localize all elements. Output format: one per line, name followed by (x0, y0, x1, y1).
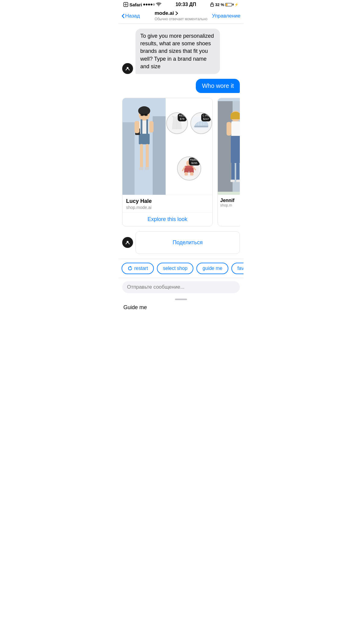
select-shop-button[interactable]: select shop (157, 263, 193, 274)
svg-rect-44 (236, 163, 240, 181)
svg-rect-39 (218, 101, 233, 192)
wifi-icon (156, 2, 161, 7)
svg-rect-8 (153, 116, 166, 195)
mode-logo-share (123, 238, 132, 247)
bottom-product-row: R&Bon $295 (177, 156, 201, 181)
shop-link-1: shop.mode.ai (126, 205, 209, 210)
nav-bar: Назад mode.ai Обычно отвечает моментальн… (119, 8, 243, 24)
back-chevron-icon (122, 14, 125, 18)
person-photo-1 (122, 98, 166, 195)
bot-message-text: To give you more personalized results, w… (140, 33, 214, 69)
action-buttons-row: restart select shop guide me faves (119, 259, 243, 278)
second-person-photo (218, 101, 240, 192)
svg-rect-42 (231, 136, 240, 163)
celebrity-name-1: Lucy Hale (126, 198, 209, 204)
svg-rect-35 (185, 172, 188, 176)
look-card-2: Jennif shop.m (218, 98, 240, 226)
restart-icon (128, 266, 132, 271)
signal-dots (143, 4, 155, 5)
svg-rect-45 (227, 122, 231, 136)
restart-button[interactable]: restart (122, 263, 154, 274)
chat-area: To give you more personalized results, w… (119, 24, 243, 259)
person-silhouette (122, 98, 166, 195)
svg-rect-19 (139, 167, 143, 170)
input-bar (119, 278, 243, 296)
bot-message-row: To give you more personalized results, w… (122, 29, 240, 74)
product-circle-shirt[interactable]: RE/D $78 (166, 112, 188, 134)
second-shop-link: shop.m (220, 203, 240, 207)
look-card-info-1: Lucy Hale shop.mode.ai (122, 195, 212, 210)
faves-button[interactable]: faves (231, 263, 243, 274)
svg-rect-16 (139, 134, 150, 144)
status-time: 10:33 ДП (176, 2, 196, 7)
svg-point-10 (138, 106, 150, 115)
svg-rect-11 (141, 114, 144, 116)
look-card-1: RE/D $78 (122, 98, 213, 226)
product-badge-shirt: RE/D $78 (178, 114, 187, 121)
message-input[interactable] (122, 281, 240, 293)
back-button[interactable]: Назад (122, 13, 140, 19)
share-button[interactable]: Поделиться (169, 236, 206, 249)
user-bubble: Who wore it (196, 79, 240, 93)
product-circle-shoe[interactable]: C Pro $247 (190, 112, 212, 134)
nav-title-text: mode.ai (154, 10, 174, 16)
faves-label: faves (237, 266, 243, 271)
restart-label: restart (134, 266, 148, 271)
lock-icon (210, 2, 214, 7)
look-cards-area: RE/D $78 (122, 98, 240, 226)
guide-text-bottom: Guide me (119, 301, 243, 314)
safari-icon (123, 2, 128, 7)
svg-rect-23 (149, 121, 154, 133)
product-badge-shorts: R&Bon $295 (189, 158, 200, 165)
nav-subtitle: Обычно отвечает моментально (154, 17, 207, 21)
nav-chevron-icon (175, 11, 178, 15)
explore-btn-row: Explore this look (122, 212, 212, 226)
share-message-row: Поделиться (122, 231, 240, 254)
bot-bubble: To give you more personalized results, w… (135, 29, 220, 74)
svg-rect-47 (230, 180, 235, 182)
bot-avatar-share (122, 237, 133, 248)
explore-button[interactable]: Explore this look (148, 216, 187, 223)
svg-rect-15 (146, 119, 148, 136)
status-left: Safari (123, 2, 161, 7)
top-products-row: RE/D $78 (166, 112, 212, 134)
svg-point-50 (127, 241, 129, 243)
manage-button[interactable]: Управление (212, 13, 240, 19)
svg-rect-17 (140, 144, 143, 168)
user-message-row: Who wore it (122, 79, 240, 93)
svg-rect-36 (190, 172, 193, 176)
product-circle-shorts[interactable]: R&Bon $295 (177, 156, 201, 181)
app-name: Safari (129, 2, 142, 7)
status-right: 32 % ⚡ (210, 2, 239, 7)
svg-rect-14 (141, 119, 142, 136)
second-celebrity-name: Jennif (220, 198, 240, 203)
select-shop-label: select shop (163, 266, 187, 271)
battery-percent: 32 % (215, 2, 224, 7)
handle-bar (175, 299, 187, 300)
svg-rect-41 (231, 121, 240, 136)
look-card-image-area-1: RE/D $78 (122, 98, 212, 195)
svg-rect-18 (146, 144, 149, 168)
svg-point-5 (127, 67, 129, 69)
guide-me-label: guide me (202, 266, 222, 271)
share-card: Поделиться (135, 231, 240, 254)
second-card-info: Jennif shop.m (218, 195, 240, 210)
product-badge-shoe: C Pro $247 (201, 114, 211, 121)
svg-rect-12 (144, 114, 148, 116)
svg-rect-43 (231, 163, 235, 181)
mode-logo (123, 64, 132, 73)
svg-rect-48 (236, 180, 240, 182)
guide-me-button[interactable]: guide me (196, 263, 228, 274)
back-label: Назад (125, 13, 140, 19)
svg-rect-3 (211, 4, 214, 6)
bot-avatar (122, 63, 133, 74)
sheet-handle (119, 296, 243, 301)
battery-icon: ⚡ (225, 3, 239, 7)
svg-rect-20 (145, 167, 149, 170)
second-card-image (218, 98, 240, 195)
user-message-text: Who wore it (202, 82, 234, 89)
svg-rect-7 (122, 122, 135, 195)
svg-rect-27 (194, 126, 208, 127)
status-bar: Safari 10:33 ДП 32 % ⚡ (119, 0, 243, 8)
svg-rect-22 (135, 121, 139, 133)
